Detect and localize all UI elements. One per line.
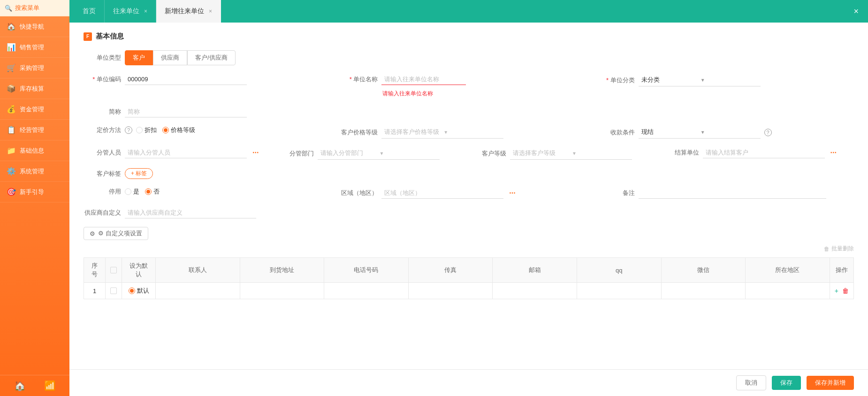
settlement-input[interactable] [703, 147, 825, 158]
unit-name-input[interactable] [381, 74, 466, 85]
cancel-button[interactable]: 取消 [736, 375, 766, 390]
chevron-down-icon5: ▼ [572, 151, 629, 156]
tab-new-partner-close[interactable]: × [209, 8, 212, 15]
payment-help-icon[interactable]: ? [764, 129, 772, 136]
chevron-down-icon: ▼ [700, 78, 758, 83]
delete-icon: 🗑 [824, 246, 830, 252]
tag-row: 客户标签 + 标签 [84, 168, 854, 179]
fax-input[interactable] [413, 287, 488, 295]
supplier-custom-row: 供应商自定义 [84, 207, 854, 218]
section-icon: F [84, 32, 92, 41]
unit-code-field: 单位编码 [84, 74, 340, 85]
tab-partners[interactable]: 往来单位 × [105, 0, 156, 23]
home-icon: 🏠 [7, 22, 16, 31]
region-table-input[interactable] [750, 287, 825, 295]
cell-address[interactable] [240, 283, 324, 299]
qq-input[interactable] [582, 287, 656, 295]
remark-field: 备注 [597, 187, 854, 199]
sidebar-item-sales[interactable]: 📊 销售管理 [0, 37, 69, 58]
sidebar-expand-btn[interactable]: 📶 [44, 380, 56, 391]
default-radio[interactable]: 默认 [127, 287, 151, 295]
phone-input[interactable] [329, 287, 404, 295]
sidebar: 🔍 搜索菜单 🏠 快捷导航 📊 销售管理 🛒 采购管理 📦 库存核算 💰 资金管… [0, 0, 69, 396]
supplier-custom-input[interactable] [125, 207, 256, 218]
cell-fax[interactable] [408, 283, 493, 299]
cell-wechat[interactable] [661, 283, 746, 299]
disabled-label: 停用 [84, 187, 121, 196]
remark-input[interactable] [639, 187, 826, 199]
unit-code-input[interactable] [125, 74, 247, 85]
manager-dots-btn[interactable]: ··· [251, 148, 260, 157]
tab-partners-close[interactable]: × [144, 8, 147, 15]
batch-delete-btn[interactable]: 🗑 批量删除 [84, 245, 854, 253]
col-address: 到货地址 [240, 258, 324, 283]
address-input[interactable] [245, 287, 320, 295]
payment-terms-select[interactable]: 现结 ▼ [639, 126, 761, 139]
tag-label: 客户标签 [84, 170, 121, 178]
shortname-label: 简称 [84, 108, 121, 116]
tab-home[interactable]: 首页 [74, 0, 105, 23]
sidebar-item-guide[interactable]: 🎯 新手引导 [0, 182, 69, 202]
unit-category-select[interactable]: 未分类 ▼ [639, 74, 761, 86]
cell-contact[interactable] [155, 283, 240, 299]
add-row-btn[interactable]: + [835, 287, 838, 295]
header-checkbox[interactable] [110, 267, 117, 273]
supplier-custom-field: 供应商自定义 [84, 207, 854, 218]
sidebar-item-finance[interactable]: 💰 资金管理 [0, 99, 69, 120]
remark-label: 备注 [597, 189, 635, 197]
tab-new-partner[interactable]: 新增往来单位 × [156, 0, 221, 23]
customer-level-select[interactable]: 请选择客户等级 ▼ [510, 147, 632, 160]
add-tag-btn[interactable]: + 标签 [125, 168, 153, 179]
wechat-input[interactable] [666, 287, 741, 295]
region-dots-btn[interactable]: ··· [507, 189, 517, 197]
window-close-btn[interactable]: × [849, 7, 863, 16]
cell-email[interactable] [493, 283, 577, 299]
email-input[interactable] [497, 287, 572, 295]
save-button[interactable]: 保存 [772, 376, 801, 390]
sidebar-item-purchase[interactable]: 🛒 采购管理 [0, 58, 69, 78]
unit-btn-both[interactable]: 客户/供应商 [187, 50, 236, 65]
department-field: 分管部门 请输入分管部门 ▼ [276, 147, 469, 160]
custom-settings-btn[interactable]: ⚙ ⚙ 自定义项设置 [84, 227, 148, 240]
unit-type-label: 单位类型 [84, 54, 121, 62]
payment-terms-label: 收款条件 [597, 128, 635, 137]
delete-row-btn[interactable]: 🗑 [842, 287, 849, 295]
save-and-add-button[interactable]: 保存并新增 [807, 376, 854, 390]
region-input[interactable] [381, 187, 503, 199]
customer-price-select[interactable]: 请选择客户价格等级 ▼ [381, 126, 503, 139]
sidebar-item-operation[interactable]: 📋 经营管理 [0, 120, 69, 140]
pricing-radio-group: 折扣 价格等级 [136, 126, 195, 134]
cell-region[interactable] [746, 283, 830, 299]
cell-qq[interactable] [577, 283, 661, 299]
cell-phone[interactable] [324, 283, 409, 299]
chevron-down-icon2: ▼ [443, 130, 501, 135]
sidebar-item-basic[interactable]: 📁 基础信息 [0, 140, 69, 161]
row-checkbox[interactable] [110, 287, 117, 294]
sidebar-item-quick-nav[interactable]: 🏠 快捷导航 [0, 16, 69, 37]
pricing-help-icon[interactable]: ? [125, 126, 132, 134]
sidebar-item-inventory[interactable]: 📦 库存核算 [0, 78, 69, 99]
gear-icon: ⚙ [90, 230, 95, 237]
row-actions: + 🗑 [835, 287, 849, 295]
contact-input[interactable] [160, 287, 235, 295]
settlement-dots-btn[interactable]: ··· [829, 148, 838, 157]
radio-yes[interactable]: 是 [125, 187, 139, 196]
region-label: 区域（地区） [340, 189, 378, 197]
radio-circle-discount [136, 127, 143, 133]
radio-price-level[interactable]: 价格等级 [162, 126, 195, 134]
unit-btn-supplier[interactable]: 供应商 [153, 50, 187, 65]
region-field: 区域（地区） ··· [340, 187, 597, 199]
sidebar-search[interactable]: 🔍 搜索菜单 [0, 0, 69, 16]
basic-icon: 📁 [7, 146, 16, 155]
code-name-row: 单位编码 单位名称 请输入往来单位名称 单位分类 未分类 ▼ [84, 74, 854, 98]
department-select[interactable]: 请输入分管部门 ▼ [318, 147, 440, 160]
shortname-input[interactable] [125, 106, 247, 117]
default-radio-circle [129, 287, 135, 294]
unit-btn-customer[interactable]: 客户 [125, 50, 153, 65]
radio-discount[interactable]: 折扣 [136, 126, 157, 134]
radio-no[interactable]: 否 [145, 187, 160, 196]
sidebar-home-btn[interactable]: 🏠 [14, 380, 26, 391]
sidebar-item-system[interactable]: ⚙️ 系统管理 [0, 161, 69, 182]
settlement-field: 结算单位 ··· [662, 147, 854, 158]
manager-input[interactable] [125, 147, 247, 158]
